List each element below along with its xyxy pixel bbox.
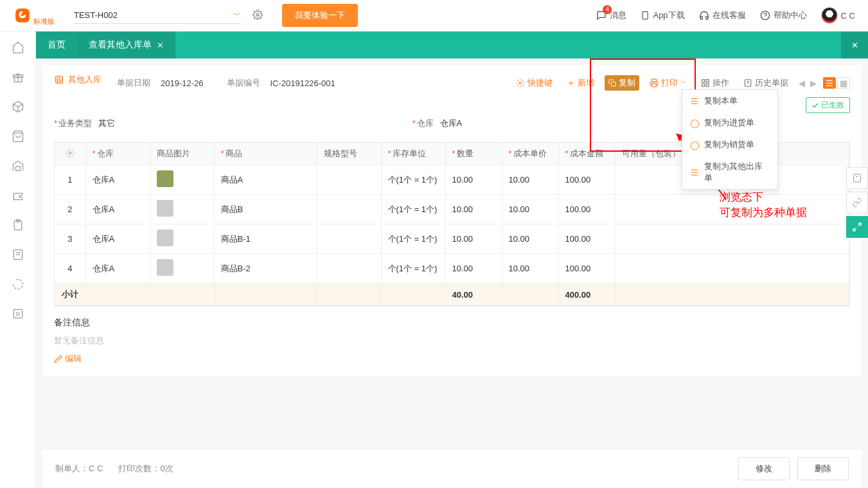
warehouse-field: *仓库 仓库A bbox=[412, 118, 675, 129]
svg-rect-31 bbox=[854, 174, 861, 182]
new-button[interactable]: ＋新增 bbox=[563, 75, 598, 91]
docno-label: 单据编号 bbox=[227, 77, 260, 89]
card-view-toggle[interactable]: ▦ bbox=[837, 77, 850, 89]
svg-rect-23 bbox=[702, 80, 705, 82]
close-all-tabs-icon[interactable]: ✕ bbox=[841, 32, 868, 59]
remarks-section: 备注信息 暂无备注信息 编辑 bbox=[54, 317, 850, 365]
remarks-empty: 暂无备注信息 bbox=[54, 335, 850, 347]
tab-strip: 首页 查看其他入库单 ✕ ✕ bbox=[36, 32, 868, 59]
right-rail bbox=[846, 167, 868, 238]
nav-money-icon[interactable] bbox=[11, 188, 25, 203]
biztype-field: *业务类型 其它 bbox=[54, 118, 317, 129]
avatar bbox=[821, 7, 838, 24]
maker-info: 制单人：C C bbox=[55, 463, 103, 474]
svg-text:新: 新 bbox=[15, 311, 21, 317]
nav-home-icon[interactable] bbox=[11, 41, 25, 55]
nav-bag-icon[interactable] bbox=[11, 129, 25, 143]
list-view-toggle[interactable]: ☰ bbox=[823, 77, 836, 89]
help-button[interactable]: 帮助中心 bbox=[760, 10, 807, 21]
warehouse-value: 仓库A bbox=[440, 118, 463, 129]
table-row[interactable]: 2仓库A商品B个(1个 = 1个)10.0010.00100.00 bbox=[55, 195, 849, 224]
nav-new-icon[interactable]: 新 bbox=[11, 307, 25, 321]
svg-rect-9 bbox=[15, 167, 20, 171]
svg-point-1 bbox=[256, 14, 259, 16]
svg-rect-25 bbox=[707, 84, 709, 86]
col-settings-icon[interactable] bbox=[55, 143, 85, 165]
app-download-button[interactable]: App下载 bbox=[641, 10, 684, 21]
svg-point-19 bbox=[520, 82, 522, 84]
col-header: *库存单位 bbox=[381, 143, 445, 165]
rr-link-icon[interactable] bbox=[846, 192, 868, 213]
copy-button[interactable]: 复制 bbox=[605, 75, 639, 91]
rr-note-icon[interactable] bbox=[846, 167, 868, 189]
doc-type-tab[interactable]: 其他入库 bbox=[54, 74, 107, 92]
table-row[interactable]: 4仓库A商品B-2个(1个 = 1个)10.0010.00100.00 bbox=[55, 254, 849, 284]
status-badge: 已生效 bbox=[806, 97, 850, 113]
gear-icon bbox=[516, 78, 525, 87]
history-button[interactable]: 历史单据 bbox=[740, 75, 792, 91]
org-name: TEST-H002 bbox=[74, 10, 233, 20]
messages-button[interactable]: 消息 4 bbox=[596, 10, 626, 21]
dd-copy-purchase[interactable]: ◯复制为进货单 bbox=[682, 112, 777, 134]
col-header: *成本单价 bbox=[502, 143, 558, 165]
grid-icon bbox=[701, 78, 710, 87]
svg-rect-21 bbox=[652, 84, 657, 87]
rr-expand-icon[interactable] bbox=[846, 216, 868, 238]
date-label: 单据日期 bbox=[117, 77, 150, 89]
headset-icon bbox=[699, 10, 709, 21]
nav-cube-icon[interactable] bbox=[11, 100, 25, 114]
product-thumb bbox=[157, 170, 173, 187]
docno-value: IC-20191226-001 bbox=[270, 78, 335, 88]
support-button[interactable]: 在线客服 bbox=[699, 10, 746, 21]
dd-copy-this[interactable]: ☰复制本单 bbox=[682, 90, 777, 112]
nav-gift-icon[interactable] bbox=[11, 70, 25, 84]
operations-button[interactable]: 操作 bbox=[697, 75, 733, 91]
user-menu[interactable]: C C bbox=[821, 7, 855, 24]
org-selector[interactable]: TEST-H002 ﹀ bbox=[74, 7, 241, 24]
plus-icon: ＋ bbox=[567, 77, 575, 89]
svg-point-30 bbox=[69, 152, 71, 154]
try-button[interactable]: 我要体验一下 bbox=[282, 4, 358, 27]
nav-refresh-icon[interactable] bbox=[11, 277, 25, 291]
shortcut-button[interactable]: 快捷键 bbox=[512, 75, 556, 91]
next-doc-icon[interactable]: ▶ bbox=[810, 78, 817, 88]
check-icon bbox=[811, 102, 819, 109]
col-header: *数量 bbox=[445, 143, 502, 165]
tab-home[interactable]: 首页 bbox=[36, 32, 77, 59]
dd-copy-outbound[interactable]: ☰复制为其他出库单 bbox=[682, 156, 777, 189]
col-header: 商品图片 bbox=[150, 143, 214, 165]
message-badge: 4 bbox=[603, 5, 612, 14]
svg-rect-26 bbox=[702, 84, 705, 86]
close-tab-icon[interactable]: ✕ bbox=[157, 41, 164, 50]
subtotal-row: 小计40.00400.00 bbox=[55, 284, 849, 306]
col-header: 规格型号 bbox=[317, 143, 381, 165]
svg-rect-20 bbox=[612, 82, 616, 87]
product-thumb bbox=[157, 230, 173, 246]
print-button[interactable]: 打印﹀ bbox=[646, 75, 691, 91]
edit-remarks-button[interactable]: 编辑 bbox=[54, 353, 850, 365]
biztype-value: 其它 bbox=[98, 118, 115, 129]
app-logo bbox=[13, 6, 32, 25]
dd-copy-sales[interactable]: ◯复制为销货单 bbox=[682, 134, 777, 156]
left-nav-rail: 新 bbox=[0, 32, 36, 488]
svg-rect-2 bbox=[642, 12, 648, 19]
chevron-down-icon: ﹀ bbox=[233, 10, 241, 21]
print-count-info: 打印次数：0次 bbox=[118, 463, 173, 474]
help-icon bbox=[760, 10, 770, 21]
copy-doc-icon: ☰ bbox=[690, 96, 699, 105]
table-row[interactable]: 3仓库A商品B-1个(1个 = 1个)10.0010.00100.00 bbox=[55, 224, 849, 254]
settings-icon[interactable] bbox=[252, 10, 263, 22]
history-icon bbox=[743, 78, 752, 87]
svg-rect-22 bbox=[652, 79, 657, 82]
nav-warehouse-icon[interactable] bbox=[11, 159, 25, 173]
nav-clipboard-icon[interactable] bbox=[11, 218, 25, 232]
nav-doc-icon[interactable] bbox=[11, 248, 25, 262]
date-value: 2019-12-26 bbox=[161, 78, 204, 88]
product-thumb bbox=[157, 200, 173, 217]
modify-button[interactable]: 修改 bbox=[738, 457, 790, 480]
edit-icon bbox=[54, 355, 62, 363]
delete-button[interactable]: 删除 bbox=[797, 457, 849, 480]
prev-doc-icon[interactable]: ◀ bbox=[799, 78, 805, 88]
tab-current[interactable]: 查看其他入库单 ✕ bbox=[77, 32, 175, 59]
col-header: *仓库 bbox=[85, 143, 150, 165]
